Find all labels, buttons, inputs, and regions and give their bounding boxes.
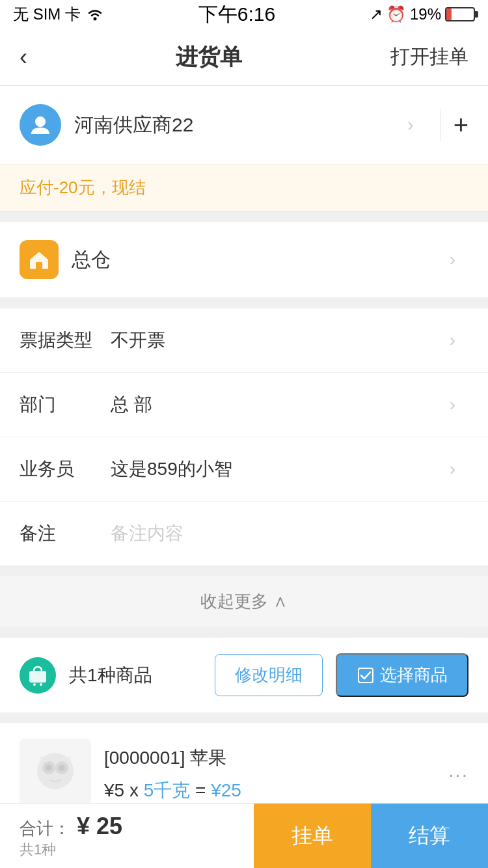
product-quantity: 5千克 <box>144 780 191 800</box>
supplier-avatar <box>20 104 61 146</box>
product-info: [0000001] 苹果 ¥5 x 5千克 = ¥25 <box>104 746 435 803</box>
total-amount: ¥ 25 <box>77 813 122 840</box>
svg-rect-3 <box>29 671 46 683</box>
battery-percent: 19% <box>410 5 441 23</box>
total-label: 合计： <box>20 817 70 840</box>
invoice-row[interactable]: 票据类型 不开票 › <box>0 308 488 372</box>
chevron-right-icon: › <box>450 249 455 270</box>
location-icon: ↗ <box>370 5 383 23</box>
back-button[interactable]: ‹ <box>20 44 27 71</box>
department-row[interactable]: 部门 总 部 › <box>0 372 488 437</box>
svg-point-1 <box>35 116 46 127</box>
hang-button[interactable]: 挂单 <box>254 804 371 868</box>
person-icon <box>29 113 52 137</box>
svg-rect-2 <box>36 262 42 269</box>
warehouse-section: 总仓 › <box>0 222 488 297</box>
salesman-value: 这是859的小智 <box>98 457 450 481</box>
total-sub: 共1种 <box>20 840 234 860</box>
product-header: 共1种商品 修改明细 选择商品 <box>0 638 488 712</box>
product-section: 共1种商品 修改明细 选择商品 <box>0 638 488 712</box>
status-right: ↗ ⏰ 19% <box>370 5 475 23</box>
divider <box>440 109 441 141</box>
open-pending-button[interactable]: 打开挂单 <box>390 44 468 70</box>
select-icon <box>357 666 375 685</box>
svg-point-10 <box>46 765 52 771</box>
product-price-row: ¥5 x 5千克 = ¥25 <box>104 778 435 803</box>
page-title: 进货单 <box>176 42 242 72</box>
collapse-bar[interactable]: 收起更多 ∧ <box>0 576 488 627</box>
footer: 合计： ¥ 25 共1种 挂单 结算 <box>0 803 488 868</box>
remark-input[interactable]: 备注内容 <box>98 521 468 546</box>
status-bar: 无 SIM 卡 下午6:16 ↗ ⏰ 19% <box>0 0 488 29</box>
modify-detail-button[interactable]: 修改明细 <box>215 654 323 696</box>
warehouse-icon <box>20 240 59 279</box>
warehouse-name: 总仓 <box>72 247 450 273</box>
cart-icon <box>27 664 49 686</box>
svg-point-11 <box>59 765 65 771</box>
svg-point-4 <box>33 683 36 686</box>
battery-icon <box>445 7 475 21</box>
supplier-section: 河南供应商22 › + 应付-20元，现结 <box>0 86 488 211</box>
product-count-text: 共1种商品 <box>69 663 202 688</box>
chevron-right-icon: › <box>450 459 455 480</box>
product-count-icon <box>20 657 56 694</box>
checkout-button[interactable]: 结算 <box>371 804 488 868</box>
chevron-right-icon: › <box>407 115 413 135</box>
owl-logo <box>29 748 81 800</box>
select-product-button[interactable]: 选择商品 <box>336 653 468 697</box>
product-total: ¥25 <box>211 780 241 800</box>
more-button[interactable]: ··· <box>448 763 468 785</box>
home-icon <box>27 248 51 271</box>
chevron-right-icon: › <box>450 330 455 351</box>
department-label: 部门 <box>20 392 98 417</box>
supplier-name: 河南供应商22 <box>74 112 407 139</box>
add-supplier-button[interactable]: + <box>454 111 468 140</box>
status-time: 下午6:16 <box>198 1 275 28</box>
invoice-label: 票据类型 <box>20 328 98 353</box>
salesman-label: 业务员 <box>20 457 98 481</box>
warehouse-row[interactable]: 总仓 › <box>0 222 488 297</box>
nav-bar: ‹ 进货单 打开挂单 <box>0 29 488 86</box>
footer-total: 合计： ¥ 25 共1种 <box>0 804 254 868</box>
alarm-icon: ⏰ <box>386 5 406 23</box>
notice-bar: 应付-20元，现结 <box>0 165 488 211</box>
svg-point-5 <box>40 683 42 686</box>
chevron-right-icon: › <box>450 394 455 415</box>
remark-row[interactable]: 备注 备注内容 <box>0 501 488 565</box>
status-carrier: 无 SIM 卡 <box>13 4 104 25</box>
wifi-icon <box>86 7 104 21</box>
svg-point-0 <box>94 18 97 21</box>
product-name: [0000001] 苹果 <box>104 746 435 770</box>
supplier-row[interactable]: 河南供应商22 › + <box>0 86 488 165</box>
form-section: 票据类型 不开票 › 部门 总 部 › 业务员 这是859的小智 › 备注 备注… <box>0 308 488 565</box>
invoice-value: 不开票 <box>98 328 450 353</box>
product-thumbnail <box>20 739 91 810</box>
salesman-row[interactable]: 业务员 这是859的小智 › <box>0 437 488 501</box>
department-value: 总 部 <box>98 392 450 417</box>
remark-label: 备注 <box>20 521 98 546</box>
